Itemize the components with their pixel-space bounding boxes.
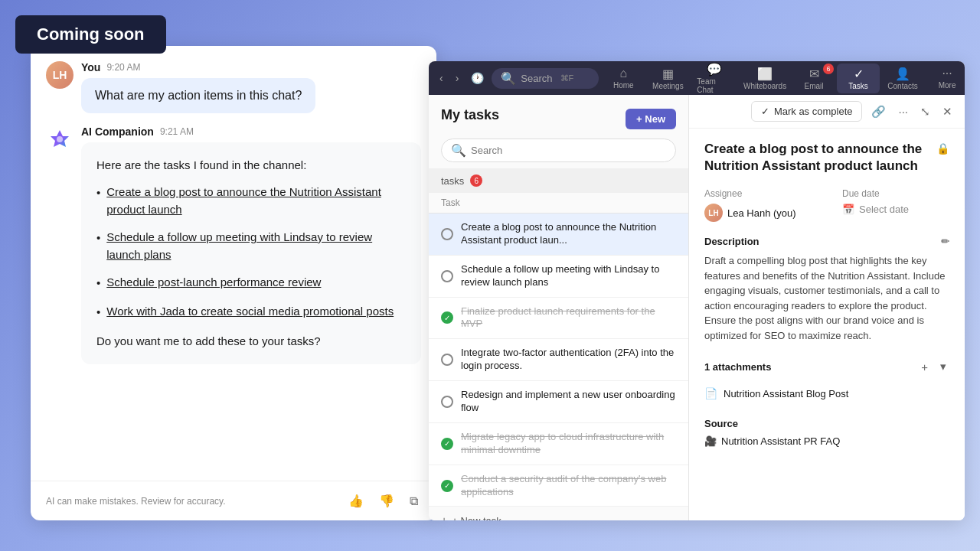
chat-messages: LH You 9:20 AM What are my action items …	[31, 46, 436, 481]
assignee-col: Assignee LH Lea Hanh (you)	[704, 188, 812, 222]
ai-timestamp: 9:21 AM	[160, 126, 194, 137]
tab-more[interactable]: ··· More	[926, 64, 965, 93]
source-name: Nutrition Assistant PR FAQ	[721, 435, 840, 447]
more-options-button[interactable]: ···	[895, 102, 911, 121]
tab-tasks[interactable]: ✓ Tasks	[837, 64, 880, 93]
task-checkbox-3[interactable]: ✓	[441, 311, 453, 324]
task-text-2: Schedule a follow up meeting with Lindsa…	[461, 263, 676, 289]
user-bubble: What are my action items in this chat?	[81, 78, 315, 113]
user-message-row: LH You 9:20 AM What are my action items …	[46, 61, 421, 113]
tab-team-chat-label: Team Chat	[697, 77, 731, 94]
user-name: You	[81, 61, 100, 73]
link-button[interactable]: 🔗	[868, 102, 889, 122]
add-attachment-button[interactable]: +	[918, 357, 931, 377]
task-checkbox-6[interactable]: ✓	[441, 438, 453, 450]
source-item[interactable]: 🎥 Nutrition Assistant PR FAQ	[704, 435, 949, 447]
tab-email[interactable]: ✉ Email 6	[792, 64, 835, 93]
source-video-icon: 🎥	[704, 435, 717, 447]
user-avatar: LH	[46, 61, 74, 89]
task-text-6: Migrate legacy app to cloud infrastructu…	[461, 431, 676, 457]
tasks-panel: My tasks + New 🔍 tasks 6 Task Create a b…	[429, 95, 689, 520]
attachment-item[interactable]: 📄 Nutrition Assistant Blog Post	[704, 383, 949, 404]
thumbs-up-button[interactable]: 👍	[345, 491, 367, 511]
back-button[interactable]: ‹	[435, 69, 448, 87]
task-checkbox-1[interactable]	[441, 228, 453, 240]
list-item: Schedule post-launch performance review	[96, 274, 406, 292]
close-detail-button[interactable]: ✕	[939, 102, 956, 122]
new-task-row[interactable]: + + New task	[429, 507, 688, 520]
collapse-attachments-button[interactable]: ▾	[937, 357, 949, 377]
task-checkbox-4[interactable]	[441, 354, 453, 366]
detail-topbar: ✓ Mark as complete 🔗 ··· ⤡ ✕	[689, 95, 965, 129]
svg-point-0	[57, 136, 63, 142]
mark-complete-label: Mark as complete	[774, 106, 853, 117]
attachment-doc-icon: 📄	[704, 387, 717, 399]
home-icon: ⌂	[620, 67, 628, 80]
task-detail-panel: ✓ Mark as complete 🔗 ··· ⤡ ✕ Create a bl…	[689, 95, 965, 520]
tab-email-label: Email	[805, 82, 824, 90]
detail-title-row: Create a blog post to announce the Nutri…	[704, 141, 949, 174]
task-checkbox-5[interactable]	[441, 396, 453, 408]
ai-message-row: AI Companion 9:21 AM Here are the tasks …	[46, 126, 421, 364]
thumbs-down-button[interactable]: 👎	[376, 491, 397, 511]
chat-panel: LH You 9:20 AM What are my action items …	[31, 46, 436, 520]
task-item-1[interactable]: Create a blog post to announce the Nutri…	[429, 214, 688, 256]
tab-meetings-label: Meetings	[652, 82, 684, 90]
copy-button[interactable]: ⧉	[407, 491, 421, 511]
task-link-3[interactable]: Schedule post-launch performance review	[106, 274, 321, 292]
lock-icon: 🔒	[936, 142, 949, 155]
detail-title: Create a blog post to announce the Nutri…	[704, 141, 930, 174]
task-link-4[interactable]: Work with Jada to create social media pr…	[106, 303, 394, 321]
task-item-7[interactable]: ✓ Conduct a security audit of the compan…	[429, 465, 688, 507]
description-section: Description ✏	[704, 236, 949, 247]
ai-message-meta: AI Companion 9:21 AM	[81, 126, 421, 138]
add-task-button[interactable]: + New	[626, 109, 676, 129]
new-task-plus-icon: +	[441, 514, 447, 520]
attachments-section: 1 attachments + ▾ 📄 Nutrition Assistant …	[704, 357, 949, 404]
tasks-icon: ✓	[854, 67, 864, 81]
tab-whiteboards[interactable]: ⬜ Whiteboards	[739, 64, 791, 93]
list-item: Schedule a follow up meeting with Lindsa…	[96, 229, 406, 263]
mark-complete-button[interactable]: ✓ Mark as complete	[751, 101, 863, 122]
search-tasks-input[interactable]	[471, 145, 666, 156]
expand-button[interactable]: ⤡	[917, 102, 933, 122]
email-badge: 6	[823, 64, 834, 74]
attachment-name: Nutrition Assistant Blog Post	[724, 388, 848, 399]
ai-intro-text: Here are the tasks I found in the channe…	[96, 156, 406, 174]
tab-team-chat[interactable]: 💬 Team Chat	[691, 61, 737, 97]
check-icon: ✓	[761, 106, 769, 117]
due-date-placeholder: Select date	[859, 204, 909, 215]
list-item: Work with Jada to create social media pr…	[96, 303, 406, 321]
ai-message-content: AI Companion 9:21 AM Here are the tasks …	[81, 126, 421, 364]
due-date-col: Due date 📅 Select date	[842, 188, 949, 222]
task-text-5: Redesign and implement a new user onboar…	[461, 389, 676, 415]
task-item-5[interactable]: Redesign and implement a new user onboar…	[429, 381, 688, 423]
forward-button[interactable]: ›	[451, 69, 464, 87]
task-item-2[interactable]: Schedule a follow up meeting with Lindsa…	[429, 256, 688, 298]
tab-meetings[interactable]: ▦ Meetings	[646, 64, 689, 93]
task-text-7: Conduct a security audit of the company'…	[461, 473, 676, 499]
tasks-title: My tasks	[441, 107, 499, 123]
date-selector[interactable]: 📅 Select date	[842, 204, 949, 215]
ai-task-list: Create a blog post to announce the Nutri…	[96, 184, 406, 321]
assignee-label: Assignee	[704, 188, 812, 199]
search-bar[interactable]: 🔍 Search ⌘F	[492, 68, 599, 89]
task-checkbox-7[interactable]: ✓	[441, 480, 453, 492]
tasks-search[interactable]: 🔍	[441, 139, 676, 162]
task-item-4[interactable]: Integrate two-factor authentication (2FA…	[429, 339, 688, 381]
tab-contacts-label: Contacts	[887, 82, 917, 90]
banner-text: Coming soon	[37, 24, 145, 44]
tab-home[interactable]: ⌂ Home	[602, 64, 645, 93]
team-chat-icon: 💬	[707, 62, 722, 77]
task-link-1[interactable]: Create a blog post to announce the Nutri…	[106, 184, 406, 218]
task-item-3[interactable]: ✓ Finalize product launch requirements f…	[429, 298, 688, 340]
task-checkbox-2[interactable]	[441, 270, 453, 282]
edit-description-icon[interactable]: ✏	[941, 236, 949, 247]
ai-name: AI Companion	[81, 126, 154, 138]
task-item-6[interactable]: ✓ Migrate legacy app to cloud infrastruc…	[429, 423, 688, 465]
search-tasks-icon: 🔍	[451, 143, 466, 158]
user-message-meta: You 9:20 AM	[81, 61, 315, 73]
history-button[interactable]: 🕐	[466, 69, 488, 87]
tab-contacts[interactable]: 👤 Contacts	[881, 64, 924, 93]
task-link-2[interactable]: Schedule a follow up meeting with Lindsa…	[106, 229, 406, 263]
